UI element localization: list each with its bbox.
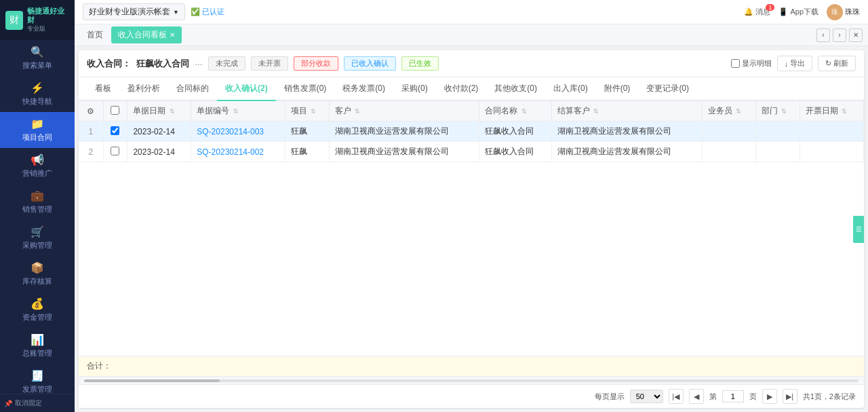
sub-tab-attachment[interactable]: 附件(0) [596,77,639,101]
right-panel-toggle[interactable]: ☰ [853,216,864,243]
row2-billno[interactable]: SQ-20230214-002 [191,142,285,162]
company-selector[interactable]: 好业财专业版演示帐套 ▼ [83,3,185,20]
sidebar-item-sales[interactable]: 💼 销售管理 [0,184,75,220]
company-name: 好业财专业版演示帐套 [89,6,170,18]
col-date-sort-icon[interactable]: ⇅ [170,108,175,115]
content-title: 收入合同： [87,58,131,70]
tab-home[interactable]: 首页 [80,26,110,43]
col-salesman-header[interactable]: 业务员 ⇅ [702,101,755,121]
page-last-btn[interactable]: ▶| [783,389,797,404]
row1-settlement: 湖南卫视商业运营发展有限公司 [552,121,703,142]
page-prev-btn[interactable]: ◀ [689,389,704,404]
status-partial-payment[interactable]: 部分收款 [294,56,338,71]
show-detail-check[interactable]: 显示明细 [731,58,772,69]
tab-close-btn[interactable]: ✕ [849,29,863,42]
page-next-btn[interactable]: ▶ [762,389,777,404]
app-download-btn[interactable]: 📱 App下载 [778,7,818,17]
row1-select-checkbox[interactable] [111,126,119,135]
row2-num: 2 [79,142,103,162]
col-settlement-sort-icon[interactable]: ⇅ [593,108,599,115]
row2-checkbox[interactable] [103,142,127,162]
sidebar-item-quick[interactable]: ⚡ 快捷导航 [0,76,75,112]
sidebar-item-inventory[interactable]: 📦 库存核算 [0,256,75,292]
col-date-header[interactable]: 单据日期 ⇅ [127,101,191,121]
row2-select-checkbox[interactable] [111,147,119,155]
col-settlement-header[interactable]: 结算客户 ⇅ [552,101,703,121]
sub-tab-subject[interactable]: 合同标的 [168,77,217,101]
col-gear[interactable]: ⚙ [79,101,103,121]
col-checkbox-all[interactable] [103,101,127,121]
box-icon: 📦 [31,261,44,274]
row1-billno[interactable]: SQ-20230214-003 [191,121,285,142]
sidebar-item-project[interactable]: 📁 项目合同 [0,112,75,148]
sub-tab-purchase[interactable]: 采购(0) [393,77,436,101]
sub-tab-sales-invoice[interactable]: 销售发票(0) [276,77,335,101]
message-btn[interactable]: 🔔 1 消息 [744,7,770,17]
sub-tab-board[interactable]: 看板 [87,77,119,101]
col-customer-header[interactable]: 客户 ⇅ [329,101,479,121]
gear-icon[interactable]: ⚙ [87,107,94,116]
contract-name: 狂飙收入合同 [136,58,189,70]
refresh-btn[interactable]: ↻ 刷新 [818,56,856,71]
col-invoicedate-sort-icon[interactable]: ⇅ [842,108,847,115]
sidebar-item-ledger[interactable]: 📊 总账管理 [0,328,75,364]
row2-billno-link[interactable]: SQ-20230214-002 [197,147,264,157]
per-page-select[interactable]: 50 100 200 [630,390,663,403]
sub-tab-tax-invoice[interactable]: 税务发票(0) [334,77,393,101]
sub-tab-profit[interactable]: 盈利分析 [119,77,168,101]
sub-tab-other[interactable]: 其他收支(0) [486,77,545,101]
table-row[interactable]: 1 2023-02-14 SQ-20230214-003 狂飙 湖南卫视商业运营… [79,121,864,142]
col-customer-sort-icon[interactable]: ⇅ [355,108,360,115]
tab-contract-board[interactable]: 收入合同看板 ✕ [111,26,182,43]
status-confirmed[interactable]: 已收入确认 [344,56,396,71]
status-effective[interactable]: 已生效 [401,56,439,71]
verified-text: 已认证 [202,7,224,17]
select-all-checkbox[interactable] [111,106,119,115]
col-project-sort-icon[interactable]: ⇅ [311,108,316,115]
page-input[interactable] [722,390,744,402]
page-first-btn[interactable]: |◀ [669,389,684,404]
sidebar-item-finance[interactable]: 💰 资金管理 [0,292,75,328]
show-detail-checkbox[interactable] [731,59,740,68]
col-dept-header[interactable]: 部门 ⇅ [756,101,800,121]
sub-tab-revenue-confirm[interactable]: 收入确认(2) [217,77,276,101]
export-btn[interactable]: ↓ 导出 [777,56,813,71]
col-invoicedate-header[interactable]: 开票日期 ⇅ [800,101,864,121]
cart-icon: 🛒 [31,225,44,238]
export-label: 导出 [790,58,805,69]
table-row[interactable]: 2 2023-02-14 SQ-20230214-002 狂飙 湖南卫视商业运营… [79,142,864,162]
tab-close-icon[interactable]: ✕ [170,31,175,39]
sidebar-unpin-btn[interactable]: 📌 取消固定 [0,394,75,412]
sidebar-item-purchase[interactable]: 🛒 采购管理 [0,220,75,256]
receipt-icon: 🧾 [31,369,44,382]
col-contract-header[interactable]: 合同名称 ⇅ [479,101,552,121]
col-project-header[interactable]: 项目 ⇅ [285,101,329,121]
col-salesman-sort-icon[interactable]: ⇅ [736,108,741,115]
sidebar-item-invoice[interactable]: 🧾 发票管理 [0,364,75,394]
tab-prev-btn[interactable]: ‹ [816,29,830,42]
row1-billno-link[interactable]: SQ-20230214-003 [197,127,264,136]
row1-checkbox[interactable] [103,121,127,142]
user-btn[interactable]: 珠 珠珠 [827,4,860,20]
col-contract-sort-icon[interactable]: ⇅ [521,108,527,115]
col-billno-sort-icon[interactable]: ⇅ [233,108,239,115]
status-uninvoiced[interactable]: 未开票 [251,56,288,71]
sidebar-item-marketing[interactable]: 📢 营销推广 [0,148,75,184]
sidebar-item-label: 搜索菜单 [22,60,52,71]
more-icon[interactable]: ··· [195,58,203,69]
scroll-track[interactable] [84,379,859,382]
col-billno-header[interactable]: 单据编号 ⇅ [191,101,285,121]
scroll-thumb[interactable] [84,379,220,382]
status-unfinished[interactable]: 未完成 [208,56,245,71]
sub-tab-warehouse[interactable]: 出入库(0) [545,77,596,101]
refresh-label: 刷新 [833,58,848,69]
page-label: 第 [709,392,717,402]
col-dept-sort-icon[interactable]: ⇅ [781,108,787,115]
tab-contract-board-label: 收入合同看板 [118,29,167,41]
tab-next-btn[interactable]: › [833,29,846,42]
sub-tab-change-log[interactable]: 变更记录(0) [638,77,697,101]
sub-tab-payment[interactable]: 收付款(2) [436,77,487,101]
content-header: 收入合同： 狂飙收入合同 ··· 未完成 未开票 部分收款 已收入确认 已生效 … [79,50,864,77]
sidebar-item-search[interactable]: 🔍 搜索菜单 [0,40,75,76]
scroll-bar-area[interactable] [79,376,864,384]
